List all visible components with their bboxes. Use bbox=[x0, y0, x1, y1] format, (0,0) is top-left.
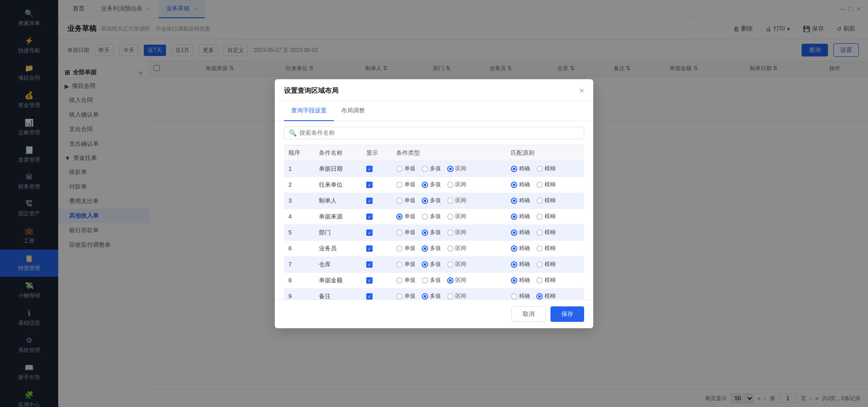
radio-exact[interactable]: 精确 bbox=[511, 260, 530, 268]
radio-dot-range bbox=[447, 214, 454, 220]
radio-dot-range bbox=[447, 261, 454, 268]
radio-multi[interactable]: 多值 bbox=[422, 165, 441, 173]
radio-dot-range bbox=[447, 293, 454, 300]
radio-dot-fuzzy bbox=[536, 293, 543, 300]
cell-show[interactable] bbox=[362, 209, 392, 224]
radio-single[interactable]: 单值 bbox=[396, 260, 415, 268]
radio-single[interactable]: 单值 bbox=[396, 181, 415, 188]
cell-match: 精确 模糊 bbox=[506, 240, 584, 256]
show-checkbox[interactable] bbox=[366, 229, 373, 236]
dialog-tab-field[interactable]: 查询字段设置 bbox=[284, 101, 334, 121]
radio-multi[interactable]: 多值 bbox=[422, 244, 441, 252]
radio-range[interactable]: 区间 bbox=[447, 260, 466, 268]
radio-dot-exact bbox=[511, 182, 517, 188]
radio-single[interactable]: 单值 bbox=[396, 276, 415, 284]
radio-exact[interactable]: 精确 bbox=[511, 197, 530, 204]
show-checkbox[interactable] bbox=[366, 293, 373, 299]
show-checkbox[interactable] bbox=[366, 214, 373, 220]
radio-fuzzy[interactable]: 模糊 bbox=[536, 181, 555, 188]
radio-fuzzy[interactable]: 模糊 bbox=[536, 276, 555, 284]
cell-order: 3 bbox=[284, 193, 314, 209]
radio-range[interactable]: 区间 bbox=[447, 292, 466, 300]
radio-multi[interactable]: 多值 bbox=[422, 292, 441, 300]
radio-dot-exact bbox=[511, 198, 517, 204]
cell-type: 单值 多值 区间 bbox=[392, 240, 506, 256]
radio-single[interactable]: 单值 bbox=[396, 197, 415, 204]
cell-order: 8 bbox=[284, 272, 314, 288]
cancel-button[interactable]: 取消 bbox=[511, 306, 546, 322]
cell-name: 仓库 bbox=[314, 256, 362, 272]
radio-fuzzy[interactable]: 模糊 bbox=[536, 213, 555, 220]
radio-multi[interactable]: 多值 bbox=[422, 276, 441, 284]
radio-dot-fuzzy bbox=[536, 277, 543, 284]
search-box: 🔍 bbox=[284, 127, 584, 139]
radio-exact[interactable]: 精确 bbox=[511, 181, 530, 188]
radio-range[interactable]: 区间 bbox=[447, 197, 466, 204]
match-radio-group: 精确 模糊 bbox=[511, 244, 580, 252]
radio-fuzzy[interactable]: 模糊 bbox=[536, 260, 555, 268]
radio-range[interactable]: 区间 bbox=[447, 165, 466, 173]
radio-range[interactable]: 区间 bbox=[447, 213, 466, 220]
radio-multi[interactable]: 多值 bbox=[422, 260, 441, 268]
radio-fuzzy[interactable]: 模糊 bbox=[536, 292, 555, 300]
radio-exact[interactable]: 精确 bbox=[511, 276, 530, 284]
radio-exact[interactable]: 精确 bbox=[511, 244, 530, 252]
radio-exact[interactable]: 精确 bbox=[511, 213, 530, 220]
radio-dot-single bbox=[396, 261, 403, 268]
cell-show[interactable] bbox=[362, 161, 392, 177]
show-checkbox[interactable] bbox=[366, 182, 373, 188]
cell-show[interactable] bbox=[362, 240, 392, 256]
radio-multi[interactable]: 多值 bbox=[422, 181, 441, 188]
radio-single[interactable]: 单值 bbox=[396, 229, 415, 236]
cell-show[interactable] bbox=[362, 177, 392, 193]
show-checkbox[interactable] bbox=[366, 198, 373, 204]
show-checkbox[interactable] bbox=[366, 277, 373, 284]
cell-show[interactable] bbox=[362, 193, 392, 209]
radio-multi[interactable]: 多值 bbox=[422, 197, 441, 204]
radio-multi[interactable]: 多值 bbox=[422, 229, 441, 236]
condition-search-input[interactable] bbox=[299, 129, 579, 136]
radio-dot-range bbox=[447, 198, 454, 204]
radio-dot-multi bbox=[422, 182, 428, 188]
cell-match: 精确 模糊 bbox=[506, 224, 584, 240]
dialog-save-button[interactable]: 保存 bbox=[550, 306, 584, 322]
th-match: 匹配原则 bbox=[506, 145, 584, 161]
radio-dot-single bbox=[396, 277, 403, 284]
match-radio-group: 精确 模糊 bbox=[511, 181, 580, 188]
show-checkbox[interactable] bbox=[366, 245, 373, 252]
radio-dot-multi bbox=[422, 229, 428, 236]
radio-range[interactable]: 区间 bbox=[447, 229, 466, 236]
radio-fuzzy[interactable]: 模糊 bbox=[536, 229, 555, 236]
dialog-body: 查询字段设置 布局调整 🔍 顺序 条件名称 显示 bbox=[275, 101, 593, 300]
radio-exact[interactable]: 精确 bbox=[511, 292, 530, 300]
cell-name: 往来单位 bbox=[314, 177, 362, 193]
radio-range[interactable]: 区间 bbox=[447, 244, 466, 252]
radio-multi[interactable]: 多值 bbox=[422, 213, 441, 220]
radio-range[interactable]: 区间 bbox=[447, 181, 466, 188]
radio-range[interactable]: 区间 bbox=[447, 276, 466, 284]
radio-fuzzy[interactable]: 模糊 bbox=[536, 197, 555, 204]
cell-show[interactable] bbox=[362, 272, 392, 288]
radio-dot-fuzzy bbox=[536, 245, 543, 252]
dialog-overlay: 设置查询区域布局 × 查询字段设置 布局调整 🔍 bbox=[0, 0, 868, 407]
cell-show[interactable] bbox=[362, 256, 392, 272]
show-checkbox[interactable] bbox=[366, 166, 373, 172]
th-show: 显示 bbox=[362, 145, 392, 161]
dialog-close-button[interactable]: × bbox=[579, 86, 584, 95]
dialog-tab-layout[interactable]: 布局调整 bbox=[334, 101, 372, 121]
radio-exact[interactable]: 精确 bbox=[511, 229, 530, 236]
cell-type: 单值 多值 区间 bbox=[392, 193, 506, 209]
radio-single[interactable]: 单值 bbox=[396, 213, 415, 220]
radio-dot-multi bbox=[422, 166, 428, 172]
radio-fuzzy[interactable]: 模糊 bbox=[536, 165, 555, 173]
radio-dot-fuzzy bbox=[536, 198, 543, 204]
radio-single[interactable]: 单值 bbox=[396, 165, 415, 173]
cell-show[interactable] bbox=[362, 224, 392, 240]
radio-single[interactable]: 单值 bbox=[396, 292, 415, 300]
radio-single[interactable]: 单值 bbox=[396, 244, 415, 252]
show-checkbox[interactable] bbox=[366, 261, 373, 268]
search-icon: 🔍 bbox=[289, 129, 297, 137]
radio-exact[interactable]: 精确 bbox=[511, 165, 530, 173]
cell-show[interactable] bbox=[362, 288, 392, 300]
radio-fuzzy[interactable]: 模糊 bbox=[536, 244, 555, 252]
